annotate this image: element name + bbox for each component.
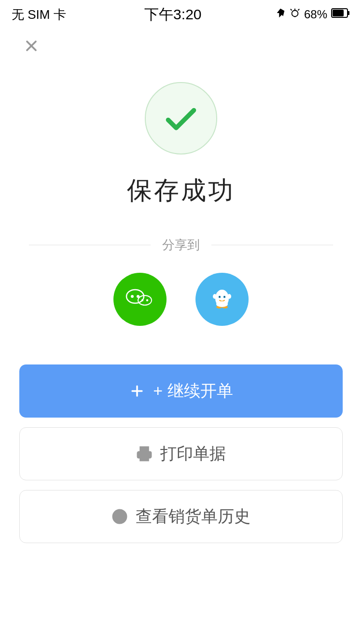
plus-icon (129, 383, 145, 399)
qq-icon (207, 284, 237, 315)
history-icon (111, 508, 128, 525)
status-right: 68% (275, 8, 350, 21)
status-time: 下午3:20 (144, 5, 201, 25)
main-content: 保存成功 分享到 (0, 29, 362, 543)
history-label: 查看销货单历史 (136, 505, 251, 528)
svg-point-8 (131, 295, 134, 298)
qq-share-button[interactable] (195, 273, 249, 326)
svg-point-12 (146, 299, 148, 301)
svg-point-1 (292, 11, 298, 17)
continue-label: + 继续开单 (153, 380, 233, 402)
print-button[interactable]: 打印单据 (19, 427, 343, 480)
continue-order-button[interactable]: + 继续开单 (19, 364, 343, 418)
divider-line-right (211, 245, 333, 245)
action-buttons: + 继续开单 打印单据 查看销货单历史 (0, 364, 362, 543)
close-button[interactable] (19, 34, 43, 58)
share-divider: 分享到 (0, 237, 362, 253)
svg-point-20 (227, 294, 231, 299)
history-button[interactable]: 查看销货单历史 (19, 490, 343, 543)
svg-point-19 (213, 294, 217, 299)
svg-point-10 (138, 295, 152, 305)
success-icon-circle (145, 82, 217, 154)
share-label: 分享到 (151, 237, 211, 253)
wechat-share-button[interactable] (113, 273, 167, 326)
battery-percent: 68% (304, 8, 327, 21)
svg-point-11 (141, 299, 143, 301)
no-sim-label: 无 SIM 卡 (12, 6, 66, 23)
share-icons-row (113, 273, 249, 326)
status-bar: 无 SIM 卡 下午3:20 68% (0, 0, 362, 29)
svg-point-17 (219, 296, 220, 297)
battery-icon (331, 8, 350, 21)
svg-rect-3 (348, 11, 349, 15)
svg-rect-4 (333, 10, 344, 16)
svg-point-23 (216, 301, 228, 307)
print-icon (136, 446, 153, 462)
checkmark-icon (162, 99, 200, 138)
success-title: 保存成功 (127, 174, 235, 208)
status-left: 无 SIM 卡 (12, 6, 71, 23)
location-icon (275, 8, 286, 21)
print-label: 打印单据 (160, 443, 226, 465)
svg-point-18 (224, 296, 225, 297)
divider-line-left (29, 245, 151, 245)
svg-rect-26 (140, 455, 149, 461)
wechat-icon (125, 284, 155, 315)
alarm-icon (290, 8, 300, 21)
